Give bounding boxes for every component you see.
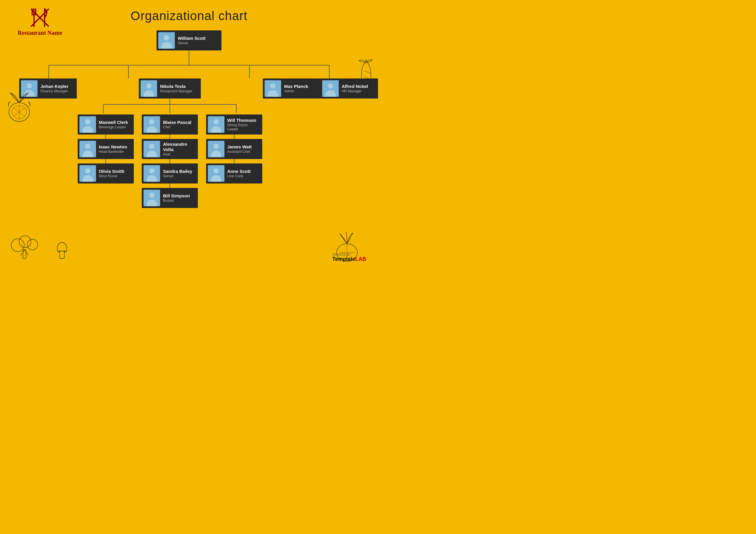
avatar-blaise-pascal — [144, 116, 160, 133]
role-james-watt: Assistant Chef — [228, 150, 252, 154]
watermark: CREATED BY TemplateLAB — [332, 253, 366, 262]
avatar-james-watt — [208, 141, 225, 157]
tesla-level3-connectors — [77, 98, 263, 113]
name-johan-kepler: Johan Kepler — [40, 84, 68, 89]
node-alessandro-volta: Alessandro Volta Host — [142, 139, 198, 159]
node-anne-scott: Anne Scott Line Cook — [206, 164, 262, 184]
node-will-thomson: Will Thomson Dining Room Leader — [206, 114, 262, 135]
avatar-isaac-newton — [79, 141, 96, 157]
role-johan-kepler: Finance Manager — [40, 89, 68, 93]
name-nikola-tesla: Nikola Tesla — [160, 84, 192, 89]
name-bill-simpson: Bill Simpson — [163, 193, 190, 198]
name-maxwell-clerk: Maxwell Clerk — [99, 120, 128, 125]
avatar-max-planck — [265, 80, 281, 97]
svg-line-19 — [365, 71, 371, 74]
node-max-planck: Max Planck Admin — [263, 79, 320, 98]
name-alessandro-volta: Alessandro Volta — [163, 141, 194, 152]
node-james-watt: James Watt Assistant Chef — [206, 139, 262, 159]
svg-point-12 — [11, 239, 24, 252]
node-olivia-smith: Olivia Smith Wine Runer — [78, 164, 134, 184]
svg-rect-18 — [60, 251, 65, 258]
node-blaise-pascal: Blaise Pascal Chef — [142, 114, 198, 135]
name-will-thomson: Will Thomson — [228, 118, 259, 123]
role-nikola-tesla: Restaurant Manager — [160, 89, 192, 93]
name-olivia-smith: Olivia Smith — [99, 169, 124, 174]
level2-section: Johan Kepler Finance Manager Nikola Tesl… — [12, 58, 366, 208]
role-max-planck: Admin — [284, 89, 308, 93]
role-william-scott: Owner — [178, 41, 205, 45]
name-william-scott: William Scott — [178, 36, 205, 41]
connector-down-1 — [189, 50, 189, 58]
node-sandra-bailey: Sandra Bailey Server — [142, 164, 198, 184]
role-bill-simpson: Busser — [163, 198, 190, 203]
logo-text: Restaurant Name — [18, 30, 62, 36]
role-sandra-bailey: Server — [163, 174, 192, 178]
node-nikola-tesla-wrap: Nikola Tesla Restaurant Manager — [77, 79, 263, 208]
node-isaac-newton: Isaac Newton Head Bartender — [78, 139, 134, 159]
avatar-nikola-tesla — [141, 80, 157, 97]
avatar-alfred-nobel — [322, 80, 339, 97]
logo: Restaurant Name — [18, 6, 62, 36]
role-blaise-pascal: Chef — [163, 125, 191, 129]
name-isaac-newton: Isaac Newton — [99, 144, 127, 150]
role-alessandro-volta: Host — [163, 152, 194, 156]
node-nikola-tesla: Nikola Tesla Restaurant Manager — [139, 79, 201, 98]
deco-mushroom — [53, 238, 71, 263]
deco-carrot — [356, 59, 377, 98]
avatar-sandra-bailey — [144, 165, 160, 182]
avatar-bill-simpson — [144, 190, 160, 206]
name-anne-scott: Anne Scott — [228, 169, 251, 174]
template-text: Template — [332, 256, 355, 262]
svg-line-17 — [24, 250, 28, 256]
role-maxwell-clerk: Beverage Leader — [99, 125, 128, 129]
avatar-alessandro-volta — [144, 141, 160, 157]
col-will-thomson: Will Thomson Dining Room Leader James W — [205, 114, 263, 184]
level2-connectors — [19, 58, 359, 79]
name-james-watt: James Watt — [228, 144, 252, 150]
name-sandra-bailey: Sandra Bailey — [163, 169, 192, 174]
svg-line-20 — [364, 77, 370, 79]
role-isaac-newton: Head Bartender — [99, 150, 127, 154]
role-olivia-smith: Wine Runer — [99, 174, 124, 178]
lab-text: LAB — [355, 256, 366, 262]
deco-tomato — [6, 89, 33, 130]
node-maxwell-clerk: Maxwell Clerk Beverage Leader — [78, 114, 134, 135]
avatar-will-thomson — [208, 116, 225, 133]
node-bill-simpson: Bill Simpson Busser — [142, 188, 198, 208]
name-max-planck: Max Planck — [284, 84, 308, 89]
svg-point-14 — [27, 239, 38, 250]
logo-icon — [18, 6, 62, 32]
avatar-anne-scott — [208, 165, 225, 182]
avatar-maxwell-clerk — [79, 116, 96, 133]
col-blaise-pascal: Blaise Pascal Chef Alessandro Volta — [141, 114, 199, 208]
col-maxwell-clerk: Maxwell Clerk Beverage Leader Isaac New — [77, 114, 134, 184]
role-will-thomson: Dining Room Leader — [228, 123, 259, 131]
node-max-planck-wrap: Max Planck Admin — [263, 79, 320, 98]
deco-broccoli — [9, 233, 44, 261]
node-william-scott: William Scott Owner — [156, 30, 222, 50]
avatar-william-scott — [158, 32, 175, 49]
svg-point-13 — [19, 236, 31, 247]
role-anne-scott: Line Cook — [228, 174, 251, 178]
level1-row: William Scott Owner — [156, 30, 222, 58]
avatar-olivia-smith — [79, 165, 96, 182]
svg-line-21 — [364, 83, 369, 84]
name-blaise-pascal: Blaise Pascal — [163, 120, 191, 125]
